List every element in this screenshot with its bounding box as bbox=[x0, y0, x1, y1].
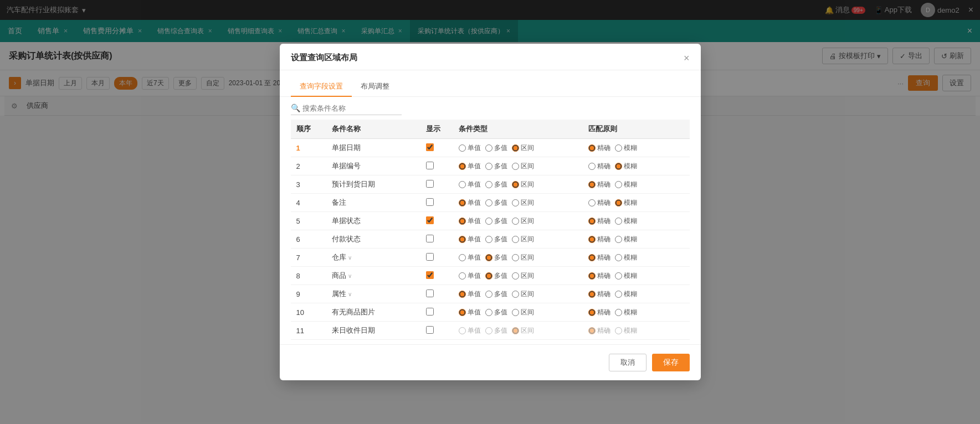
type-radio-区间[interactable] bbox=[512, 144, 519, 152]
match-radio-精确[interactable] bbox=[588, 254, 596, 261]
row-display[interactable] bbox=[420, 230, 453, 249]
match-radio-模糊[interactable] bbox=[615, 218, 622, 225]
type-radio-区间[interactable] bbox=[512, 163, 519, 170]
type-radio-单值[interactable] bbox=[459, 163, 466, 170]
match-radio-模糊[interactable] bbox=[615, 291, 622, 298]
type-radio-单值[interactable] bbox=[459, 181, 466, 188]
type-radio-单值[interactable] bbox=[459, 254, 466, 261]
type-radio-区间[interactable] bbox=[512, 327, 519, 334]
type-radio-区间[interactable] bbox=[512, 218, 519, 225]
match-radio-模糊[interactable] bbox=[615, 254, 622, 261]
match-radio-精确[interactable] bbox=[588, 181, 596, 188]
row-display[interactable] bbox=[420, 322, 453, 340]
row-type: 单值多值区间 bbox=[453, 194, 583, 212]
search-input[interactable] bbox=[302, 104, 397, 112]
match-radio-精确[interactable] bbox=[588, 291, 596, 298]
display-checkbox[interactable] bbox=[426, 235, 434, 242]
row-display[interactable] bbox=[420, 303, 453, 322]
type-radio-多值[interactable] bbox=[485, 163, 492, 170]
match-radio-模糊[interactable] bbox=[615, 236, 622, 243]
type-radio-多值[interactable] bbox=[485, 327, 492, 334]
match-radio-模糊[interactable] bbox=[615, 181, 622, 188]
dialog-close-button[interactable]: × bbox=[684, 53, 690, 63]
display-checkbox[interactable] bbox=[426, 253, 434, 261]
row-display[interactable] bbox=[420, 267, 453, 285]
type-radio-多值[interactable] bbox=[485, 272, 492, 280]
match-radio-模糊[interactable] bbox=[615, 272, 622, 280]
table-row: 2单据编号单值多值区间精确模糊 bbox=[291, 157, 690, 175]
row-type: 单值多值区间 bbox=[453, 285, 583, 303]
display-checkbox[interactable] bbox=[426, 180, 434, 188]
row-display[interactable] bbox=[420, 139, 453, 157]
display-checkbox[interactable] bbox=[426, 143, 434, 151]
match-radio-精确[interactable] bbox=[588, 144, 596, 152]
tab-query-fields[interactable]: 查询字段设置 bbox=[291, 77, 352, 97]
row-display[interactable] bbox=[420, 249, 453, 267]
match-radio-模糊[interactable] bbox=[615, 163, 622, 170]
page-area: 采购订单统计表(按供应商) 🖨 按模板打印 ▾ ✓ 导出 ↺ 刷新 › 单据日期… bbox=[0, 42, 980, 424]
save-button[interactable]: 保存 bbox=[652, 354, 690, 371]
type-radio-多值[interactable] bbox=[485, 199, 492, 206]
type-radio-多值[interactable] bbox=[485, 218, 492, 225]
tab-layout[interactable]: 布局调整 bbox=[352, 77, 398, 97]
type-radio-区间[interactable] bbox=[512, 236, 519, 243]
type-radio-区间[interactable] bbox=[512, 254, 519, 261]
row-type: 单值多值区间 bbox=[453, 267, 583, 285]
row-name: 属性 ∨ bbox=[326, 285, 421, 303]
type-radio-单值[interactable] bbox=[459, 199, 466, 206]
match-radio-精确[interactable] bbox=[588, 163, 596, 170]
display-checkbox[interactable] bbox=[426, 308, 434, 316]
type-radio-单值[interactable] bbox=[459, 309, 466, 316]
search-icon: 🔍 bbox=[291, 104, 300, 112]
type-radio-区间[interactable] bbox=[512, 181, 519, 188]
type-radio-多值[interactable] bbox=[485, 144, 492, 152]
row-name: 备注 bbox=[326, 194, 421, 212]
match-radio-精确[interactable] bbox=[588, 272, 596, 280]
type-radio-单值[interactable] bbox=[459, 144, 466, 152]
type-radio-多值[interactable] bbox=[485, 291, 492, 298]
row-display[interactable] bbox=[420, 194, 453, 212]
display-checkbox[interactable] bbox=[426, 162, 434, 169]
display-checkbox[interactable] bbox=[426, 216, 434, 224]
type-radio-单值[interactable] bbox=[459, 327, 466, 334]
type-radio-单值[interactable] bbox=[459, 291, 466, 298]
type-radio-区间[interactable] bbox=[512, 291, 519, 298]
type-radio-单值[interactable] bbox=[459, 236, 466, 243]
type-radio-多值[interactable] bbox=[485, 254, 492, 261]
type-radio-区间[interactable] bbox=[512, 199, 519, 206]
type-radio-多值[interactable] bbox=[485, 236, 492, 243]
match-radio-模糊[interactable] bbox=[615, 327, 622, 334]
type-radio-单值[interactable] bbox=[459, 218, 466, 225]
match-radio-模糊[interactable] bbox=[615, 199, 622, 206]
row-display[interactable] bbox=[420, 175, 453, 194]
row-type: 单值多值区间 bbox=[453, 175, 583, 194]
row-match: 精确模糊 bbox=[583, 267, 689, 285]
dialog-footer: 取消 保存 bbox=[280, 344, 701, 380]
row-order: 6 bbox=[291, 230, 326, 249]
match-radio-精确[interactable] bbox=[588, 218, 596, 225]
match-radio-模糊[interactable] bbox=[615, 309, 622, 316]
row-display[interactable] bbox=[420, 157, 453, 175]
type-radio-区间[interactable] bbox=[512, 309, 519, 316]
match-radio-模糊[interactable] bbox=[615, 144, 622, 152]
match-radio-精确[interactable] bbox=[588, 327, 596, 334]
row-match: 精确模糊 bbox=[583, 175, 689, 194]
display-checkbox[interactable] bbox=[426, 198, 434, 206]
table-row: 3预计到货日期单值多值区间精确模糊 bbox=[291, 175, 690, 194]
row-type: 单值多值区间 bbox=[453, 303, 583, 322]
display-checkbox[interactable] bbox=[426, 326, 434, 334]
display-checkbox[interactable] bbox=[426, 271, 434, 279]
row-display[interactable] bbox=[420, 212, 453, 230]
row-order: 8 bbox=[291, 267, 326, 285]
match-radio-精确[interactable] bbox=[588, 236, 596, 243]
type-radio-区间[interactable] bbox=[512, 272, 519, 280]
cancel-button[interactable]: 取消 bbox=[609, 354, 647, 371]
type-radio-单值[interactable] bbox=[459, 272, 466, 280]
table-row: 11来日收件日期单值多值区间精确模糊 bbox=[291, 322, 690, 340]
type-radio-多值[interactable] bbox=[485, 181, 492, 188]
row-display[interactable] bbox=[420, 285, 453, 303]
display-checkbox[interactable] bbox=[426, 289, 434, 297]
match-radio-精确[interactable] bbox=[588, 199, 596, 206]
type-radio-多值[interactable] bbox=[485, 309, 492, 316]
match-radio-精确[interactable] bbox=[588, 309, 596, 316]
